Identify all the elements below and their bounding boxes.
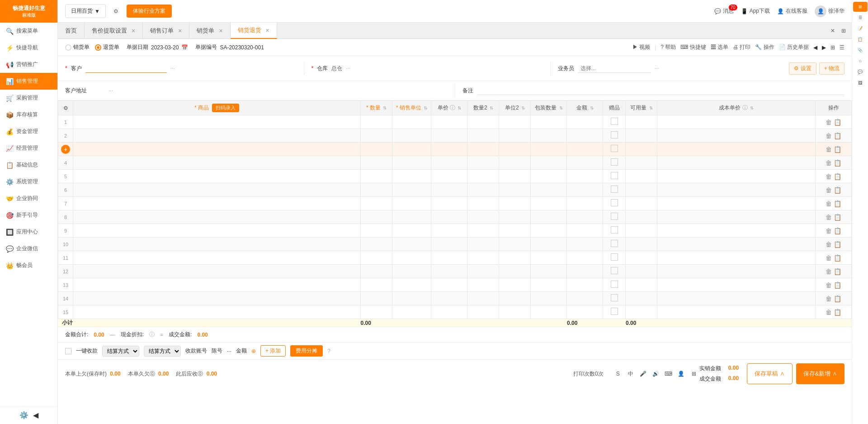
video-link[interactable]: ▶ 视频 bbox=[632, 43, 650, 51]
delete-row-button[interactable]: 🗑 bbox=[826, 132, 832, 139]
toolbar-icon-user2[interactable]: 👤 bbox=[676, 368, 687, 379]
copy-row-button[interactable]: 📋 bbox=[834, 200, 841, 207]
message-button[interactable]: 💬 消息 70 bbox=[714, 7, 734, 15]
sidebar-form2[interactable]: 📝 bbox=[853, 24, 868, 33]
maximize-window-button[interactable]: ⊞ bbox=[839, 26, 848, 35]
gift-checkbox[interactable] bbox=[611, 226, 618, 233]
col-settings[interactable]: ⚙ bbox=[58, 101, 73, 115]
unit-sort-icon[interactable]: ⇅ bbox=[424, 105, 427, 110]
sidebar-item-shortcut[interactable]: ⚡ 快捷导航 bbox=[0, 39, 57, 56]
note-input[interactable] bbox=[477, 86, 845, 95]
amount-sort-icon[interactable]: ⇅ bbox=[590, 105, 594, 110]
gift-cell[interactable] bbox=[603, 129, 626, 143]
copy-row-button[interactable]: 📋 bbox=[834, 119, 841, 126]
gift-checkbox[interactable] bbox=[611, 199, 618, 206]
quantity-cell[interactable] bbox=[361, 143, 392, 156]
gift-checkbox[interactable] bbox=[611, 213, 618, 220]
print-link[interactable]: 🖨 打印 bbox=[733, 43, 750, 51]
one-click-checkbox[interactable] bbox=[65, 348, 71, 354]
tab-price-settings[interactable]: 售价提取设置 × bbox=[85, 23, 143, 39]
gift-cell[interactable] bbox=[603, 265, 626, 278]
gift-checkbox[interactable] bbox=[611, 131, 618, 138]
delete-row-button[interactable]: 🗑 bbox=[826, 268, 832, 275]
settings-icon[interactable]: ⚙ bbox=[109, 5, 123, 18]
select-link[interactable]: ☰ 选单 bbox=[711, 43, 728, 51]
sidebar-item-apps[interactable]: 🔲 应用中心 bbox=[0, 224, 57, 240]
product-input[interactable] bbox=[76, 146, 358, 152]
copy-row-button[interactable]: 📋 bbox=[834, 281, 841, 289]
sidebar-item-sales[interactable]: 📊 销售管理 bbox=[0, 73, 57, 90]
copy-row-button[interactable]: 📋 bbox=[834, 227, 841, 234]
sidebar-collapse-icon[interactable]: ◀ bbox=[33, 411, 38, 419]
sidebar-item-purchase[interactable]: 🛒 采购管理 bbox=[0, 90, 57, 106]
radio-delivery[interactable]: 销货单 bbox=[65, 43, 90, 51]
radio-return[interactable]: 退货单 bbox=[95, 43, 119, 51]
add-item-icon[interactable]: ⊕ bbox=[251, 348, 256, 354]
sidebar-item-search[interactable]: 🔍 搜索菜单 bbox=[0, 23, 57, 39]
gift-cell[interactable] bbox=[603, 197, 626, 210]
history-link[interactable]: 📄 历史单据 bbox=[779, 43, 809, 51]
app-download-button[interactable]: 📱 App下载 bbox=[741, 7, 770, 15]
gift-cell[interactable] bbox=[603, 292, 626, 305]
tab-sales-delivery[interactable]: 销货单 × bbox=[189, 23, 230, 39]
close-sales-order-tab[interactable]: × bbox=[178, 27, 182, 34]
qty2-sort-icon[interactable]: ⇅ bbox=[490, 105, 493, 110]
toolbar-icon-mic[interactable]: 🎤 bbox=[638, 368, 649, 379]
help-icon[interactable]: ? bbox=[327, 348, 330, 354]
sidebar-item-system[interactable]: ⚙️ 系统管理 bbox=[0, 173, 57, 190]
gift-cell[interactable] bbox=[603, 305, 626, 319]
copy-row-button[interactable]: 📋 bbox=[834, 309, 841, 316]
calendar-icon[interactable]: 📅 bbox=[181, 44, 188, 51]
sidebar-item-wechat[interactable]: 💬 企业微信 bbox=[0, 240, 57, 257]
delete-row-button[interactable]: 🗑 bbox=[826, 254, 832, 262]
gift-checkbox[interactable] bbox=[611, 158, 618, 166]
help-link[interactable]: ? 帮助 bbox=[660, 43, 676, 51]
gift-checkbox[interactable] bbox=[611, 118, 618, 125]
delete-row-button[interactable]: 🗑 bbox=[826, 214, 832, 221]
delete-row-button[interactable]: 🗑 bbox=[826, 173, 832, 180]
tab-sales-order[interactable]: 销售订单 × bbox=[143, 23, 189, 39]
delete-row-button[interactable]: 🗑 bbox=[826, 241, 832, 248]
toolbar-icon-zh[interactable]: 中 bbox=[625, 368, 636, 379]
delete-row-button[interactable]: 🗑 bbox=[826, 159, 832, 167]
add-row-button[interactable]: + bbox=[61, 145, 70, 154]
close-sales-delivery-tab[interactable]: × bbox=[219, 27, 222, 34]
gift-cell[interactable] bbox=[603, 238, 626, 251]
list-view-toggle[interactable]: ☰ bbox=[840, 44, 844, 51]
save-draft-button[interactable]: 保存草稿 ∧ bbox=[747, 363, 793, 384]
sidebar-item-enterprise[interactable]: 🤝 企业协同 bbox=[0, 190, 57, 207]
gift-checkbox[interactable] bbox=[611, 145, 618, 152]
gift-checkbox[interactable] bbox=[611, 186, 618, 193]
shortcut-keys-link[interactable]: ⌨ 快捷键 bbox=[680, 43, 706, 51]
logistics-button[interactable]: + 物流 bbox=[819, 62, 844, 75]
gear-icon[interactable]: ⚙ bbox=[63, 105, 68, 111]
warehouse-picker[interactable]: ··· bbox=[346, 65, 350, 71]
sidebar-item-finance[interactable]: 💰 资金管理 bbox=[0, 123, 57, 140]
delete-row-button[interactable]: 🗑 bbox=[826, 227, 832, 234]
toolbar-icon-keyboard[interactable]: ⌨ bbox=[663, 368, 674, 379]
gift-cell[interactable] bbox=[603, 183, 626, 197]
gift-cell[interactable] bbox=[603, 143, 626, 156]
toolbar-icon-voice[interactable]: 🔊 bbox=[651, 368, 661, 379]
next-btn[interactable]: ▶ bbox=[822, 44, 826, 51]
sidebar-msg[interactable]: 💬 bbox=[853, 67, 868, 77]
gift-checkbox[interactable] bbox=[611, 281, 618, 288]
calculation-method-select[interactable]: 结算方式 bbox=[144, 346, 181, 357]
gift-checkbox[interactable] bbox=[611, 294, 618, 301]
address-picker[interactable]: ··· bbox=[108, 87, 113, 94]
gift-checkbox[interactable] bbox=[611, 240, 618, 247]
gift-cell[interactable] bbox=[603, 210, 626, 224]
sidebar-item-member[interactable]: 👑 畅会员 bbox=[0, 257, 57, 274]
copy-row-button[interactable]: 📋 bbox=[834, 241, 841, 248]
customer-picker[interactable]: ··· bbox=[170, 65, 175, 71]
delete-row-button[interactable]: 🗑 bbox=[826, 309, 832, 316]
fenyong-button[interactable]: 费用分摊 bbox=[290, 345, 323, 357]
qty-sort-icon[interactable]: ⇅ bbox=[383, 105, 387, 110]
gift-checkbox[interactable] bbox=[611, 267, 618, 274]
sidebar-item-inventory[interactable]: 📦 库存核算 bbox=[0, 106, 57, 123]
sidebar-note2[interactable]: 📋 bbox=[853, 34, 868, 44]
copy-row-button[interactable]: 📋 bbox=[834, 159, 841, 167]
copy-row-button[interactable]: 📋 bbox=[834, 146, 841, 153]
experience-button[interactable]: 体验行业方案 bbox=[127, 5, 172, 18]
avail-sort-icon[interactable]: ⇅ bbox=[649, 105, 653, 110]
